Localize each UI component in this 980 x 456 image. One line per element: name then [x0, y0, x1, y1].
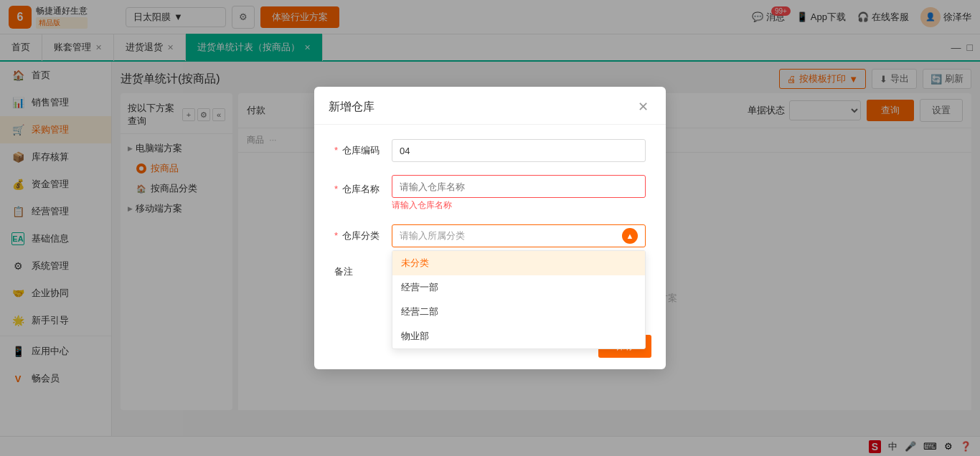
dropdown-arrow-icon: ▲ [622, 228, 638, 244]
modal-overlay[interactable]: 新增仓库 ✕ * 仓库编码 * 仓库名称 [0, 0, 980, 456]
warehouse-name-label-text: 仓库名称 [342, 184, 380, 194]
dropdown-item-property[interactable]: 物业部 [392, 324, 645, 348]
warehouse-code-input[interactable] [392, 139, 646, 162]
dropdown-item-dept2[interactable]: 经营二部 [392, 300, 645, 324]
required-star: * [334, 145, 338, 156]
warehouse-category-label: * 仓库分类 [334, 224, 392, 242]
warehouse-code-label: * 仓库编码 [334, 139, 392, 157]
warehouse-name-input[interactable] [392, 175, 646, 198]
modal-header: 新增仓库 ✕ [314, 87, 666, 125]
dropdown-item-uncategorized[interactable]: 未分类 [392, 251, 645, 275]
form-row-name: * 仓库名称 请输入仓库名称 [334, 175, 646, 212]
modal-body: * 仓库编码 * 仓库名称 请输入仓库名称 [314, 125, 666, 328]
required-star-category: * [334, 230, 338, 241]
required-star-name: * [334, 184, 338, 194]
remark-label: 备注 [334, 260, 392, 278]
dropdown-item-dept1[interactable]: 经营一部 [392, 275, 645, 300]
category-dropdown-menu: 未分类 经营一部 经营二部 物业部 [392, 250, 646, 349]
warehouse-name-error-msg: 请输入仓库名称 [392, 200, 452, 210]
modal-close-button[interactable]: ✕ [634, 98, 651, 115]
add-warehouse-modal: 新增仓库 ✕ * 仓库编码 * 仓库名称 [314, 87, 666, 369]
modal-title: 新增仓库 [329, 100, 374, 115]
dropdown-placeholder: 请输入所属分类 [400, 229, 465, 242]
remark-label-text: 备注 [334, 266, 353, 277]
form-row-code: * 仓库编码 [334, 139, 646, 162]
form-error-area: 请输入仓库名称 [334, 199, 646, 212]
warehouse-category-wrap: 请输入所属分类 ▲ 未分类 经营一部 经营二部 物业部 [392, 224, 646, 247]
warehouse-code-label-text: 仓库编码 [342, 145, 380, 156]
warehouse-category-label-text: 仓库分类 [342, 230, 380, 241]
form-row-name-inner: * 仓库名称 [334, 175, 646, 198]
warehouse-category-dropdown[interactable]: 请输入所属分类 ▲ [392, 224, 646, 247]
form-row-category: * 仓库分类 请输入所属分类 ▲ 未分类 经营一部 经营二部 物业部 [334, 224, 646, 247]
warehouse-name-label: * 仓库名称 [334, 178, 392, 196]
